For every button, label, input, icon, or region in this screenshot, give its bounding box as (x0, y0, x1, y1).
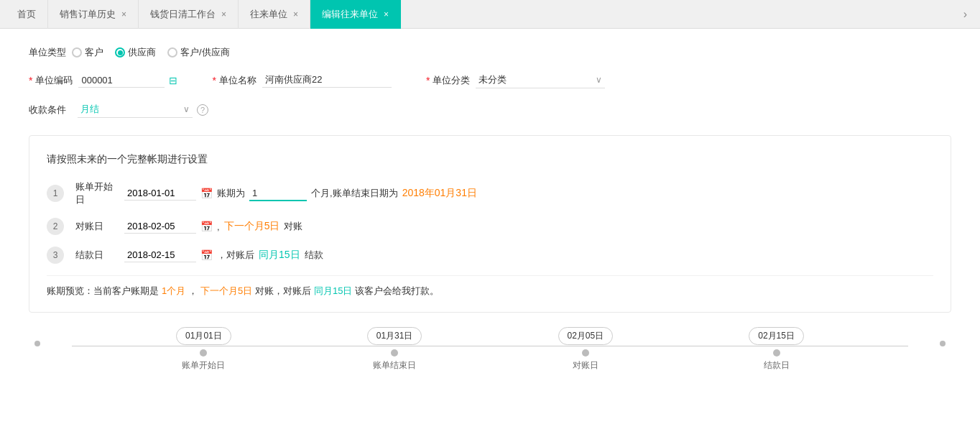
period-num-1: 1 (47, 185, 64, 202)
tab-home-label: 首页 (17, 8, 36, 21)
radio-customer[interactable]: 客户 (72, 46, 103, 59)
category-value: 未分类 (479, 73, 590, 86)
radio-supplier-circle (115, 47, 125, 58)
radio-customer-supplier-label: 客户/供应商 (180, 46, 230, 59)
name-required-star: * (212, 75, 216, 86)
category-label: 单位分类 (433, 74, 470, 87)
timeline-badge-2: 01月31日 (367, 327, 422, 345)
preview-suffix: 该客户会给我打款。 (355, 285, 439, 296)
timeline-left-edge (34, 327, 40, 346)
timeline-edge-dot-left (34, 341, 40, 346)
period-row2-suffix: 对账 (284, 220, 302, 233)
tab-partner-units-label: 往来单位 (250, 8, 287, 21)
timeline-dot-1 (200, 349, 207, 356)
tab-sales-history[interactable]: 销售订单历史 × (48, 0, 139, 29)
tab-partner-units-close[interactable]: × (293, 9, 298, 19)
timeline-badge-3: 02月05日 (558, 327, 614, 345)
timeline-edge-dot-right (940, 341, 946, 346)
period-row-1: 1 账单开始日 📅 账期为 个月,账单结束日期为 2018年01月31日 (47, 180, 933, 206)
payment-chevron-icon: ∨ (183, 104, 190, 114)
timeline-nodes: 01月01日 账单开始日 01月31日 账单结束日 02月05日 对账日 02月… (46, 327, 934, 372)
preview-sep1: ， (188, 285, 198, 296)
period-row3-suffix: 结款 (305, 249, 323, 262)
payment-row: 收款条件 月结 ∨ ? (29, 101, 951, 118)
preview-prefix: 账期预览：当前客户账期是 (47, 285, 159, 296)
period-calendar-icon-2[interactable]: 📅 (200, 221, 213, 232)
period-row1-text1: 账期为 (217, 187, 245, 200)
timeline-badge-1: 01月01日 (176, 327, 231, 345)
tab-sales-history-label: 销售订单历史 (60, 8, 116, 21)
tab-edit-partner-close[interactable]: × (384, 9, 389, 19)
period-date-input-3[interactable] (124, 248, 196, 262)
code-input[interactable] (78, 73, 165, 88)
timeline-container: 01月01日 账单开始日 01月31日 账单结束日 02月05日 对账日 02月… (29, 327, 951, 372)
category-select[interactable]: 未分类 ∨ (476, 72, 605, 88)
code-required-star: * (29, 75, 32, 86)
tab-edit-partner-label: 编辑往来单位 (322, 8, 378, 21)
tab-cash-reconcile-close[interactable]: × (221, 9, 226, 19)
tab-sales-history-close[interactable]: × (121, 9, 126, 19)
payment-select[interactable]: 月结 ∨ (78, 101, 193, 118)
category-required-star: * (426, 75, 430, 86)
timeline-label-4: 结款日 (764, 359, 790, 372)
payment-help-icon[interactable]: ? (197, 104, 208, 116)
name-label: 单位名称 (219, 74, 256, 87)
tabs-bar: 首页 销售订单历史 × 钱货日清工作台 × 往来单位 × 编辑往来单位 × › (0, 0, 980, 29)
period-field-label-3: 结款日 (75, 249, 116, 262)
tab-edit-partner[interactable]: 编辑往来单位 × (310, 0, 401, 29)
tab-cash-reconcile[interactable]: 钱货日清工作台 × (139, 0, 239, 29)
period-row2-prefix: , (217, 221, 220, 232)
timeline-label-3: 对账日 (573, 359, 598, 372)
period-row3-prefix: ，对账后 (217, 249, 254, 262)
timeline-right-edge (940, 327, 946, 346)
category-field-group: * 单位分类 未分类 ∨ (426, 72, 605, 88)
tab-partner-units[interactable]: 往来单位 × (239, 0, 310, 29)
period-calendar-icon-3[interactable]: 📅 (200, 249, 213, 261)
timeline-node-2: 01月31日 账单结束日 (367, 327, 422, 372)
timeline-dot-2 (391, 349, 398, 356)
payment-value: 月结 (80, 103, 177, 116)
timeline-label-1: 账单开始日 (182, 359, 225, 372)
payment-label: 收款条件 (29, 104, 66, 116)
radio-customer-supplier[interactable]: 客户/供应商 (167, 46, 230, 59)
period-row3-highlight: 同月15日 (259, 249, 300, 262)
period-row1-text2: 个月,账单结束日期为 (311, 187, 398, 200)
period-row2-highlight: 下一个月5日 (224, 220, 280, 233)
period-num-2: 2 (47, 218, 64, 235)
name-input[interactable] (262, 73, 392, 88)
radio-customer-label: 客户 (85, 46, 103, 59)
period-months-input[interactable] (249, 186, 307, 201)
code-copy-icon[interactable]: ⊟ (169, 75, 177, 86)
unit-type-row: 单位类型 客户 供应商 客户/供应商 (29, 46, 951, 59)
timeline-badge-4: 02月15日 (749, 327, 804, 345)
preview-part3: 同月15日 (314, 285, 352, 296)
period-num-3: 3 (47, 247, 64, 264)
timeline-dot-3 (582, 349, 589, 356)
period-field-label-1: 账单开始日 (75, 180, 116, 206)
tab-cash-reconcile-label: 钱货日清工作台 (150, 8, 216, 21)
period-calendar-icon-1[interactable]: 📅 (200, 188, 213, 199)
tab-home[interactable]: 首页 (6, 0, 48, 29)
code-name-category-row: * 单位编码 ⊟ * 单位名称 * 单位分类 未分类 ∨ (29, 72, 951, 88)
main-content: 单位类型 客户 供应商 客户/供应商 * 单位编码 ⊟ * (0, 29, 980, 437)
radio-customer-circle (72, 47, 82, 58)
preview-part1: 1个月 (162, 285, 185, 296)
code-field-group: * 单位编码 ⊟ (29, 73, 177, 88)
period-date-input-1[interactable] (124, 186, 196, 201)
timeline-node-3: 02月05日 对账日 (558, 327, 614, 372)
period-date-input-2[interactable] (124, 219, 196, 234)
period-row-3: 3 结款日 📅 ，对账后 同月15日 结款 (47, 247, 933, 264)
period-row-2: 2 对账日 📅 , 下一个月5日 对账 (47, 218, 933, 235)
tab-more-button[interactable]: › (956, 8, 974, 21)
code-label: 单位编码 (35, 74, 73, 87)
preview-part2: 下一个月5日 (200, 285, 252, 296)
timeline-node-1: 01月01日 账单开始日 (176, 327, 231, 372)
unit-type-label: 单位类型 (29, 46, 66, 59)
radio-supplier[interactable]: 供应商 (115, 46, 156, 59)
period-title: 请按照未来的一个完整帐期进行设置 (47, 153, 933, 166)
radio-supplier-label: 供应商 (128, 46, 156, 59)
radio-customer-supplier-circle (167, 47, 177, 58)
name-field-group: * 单位名称 (212, 73, 391, 88)
unit-type-radio-group: 客户 供应商 客户/供应商 (72, 46, 230, 59)
timeline-node-4: 02月15日 结款日 (749, 327, 804, 372)
